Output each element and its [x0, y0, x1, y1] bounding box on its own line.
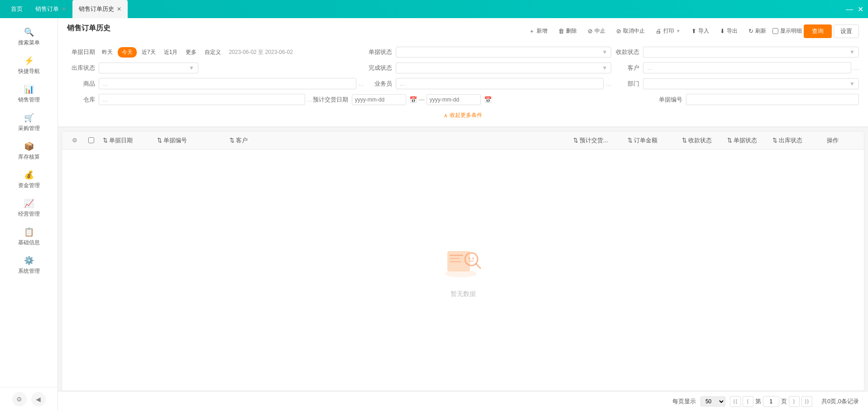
- show-detail-checkbox-label[interactable]: 显示明细: [772, 27, 802, 35]
- tab-sales-order-history-close[interactable]: ✕: [117, 6, 121, 12]
- product-input[interactable]: [99, 78, 356, 89]
- sort-icon-customer: ⇅: [230, 137, 235, 144]
- warehouse-more-icon[interactable]: …: [307, 96, 313, 103]
- print-button[interactable]: 🖨 打印 ▼: [651, 25, 685, 37]
- sidebar-item-label-purchase-mgmt: 采购管理: [18, 125, 40, 132]
- th-customer[interactable]: ⇅ 客户: [226, 136, 570, 145]
- stop-icon: ⊘: [588, 28, 593, 34]
- th-bill[interactable]: ⇅ 单据状态: [724, 136, 769, 145]
- svg-point-7: [469, 257, 470, 259]
- customer-more-icon[interactable]: …: [853, 64, 859, 71]
- sidebar-item-label-sys-mgmt: 系统管理: [18, 267, 40, 275]
- page-next-btn[interactable]: ⟩: [789, 396, 800, 407]
- calendar-end-icon[interactable]: 📅: [484, 96, 492, 103]
- show-detail-checkbox[interactable]: [772, 28, 778, 34]
- tab-sales-order-close[interactable]: ✕: [62, 6, 66, 12]
- import-button[interactable]: ⬆ 导入: [687, 25, 714, 37]
- sort-icon-no: ⇅: [157, 137, 162, 144]
- inventory-icon: 📦: [24, 141, 34, 151]
- warehouse-input[interactable]: [99, 94, 305, 105]
- outbound-status-select[interactable]: ▼: [99, 63, 198, 73]
- sort-icon-receipt: ⇅: [682, 137, 687, 144]
- salesperson-more-icon[interactable]: …: [605, 80, 611, 87]
- operations-icon: 📈: [24, 198, 34, 208]
- receipt-status-select[interactable]: ▼: [643, 47, 859, 58]
- table-select-all[interactable]: [83, 137, 99, 143]
- th-receipt[interactable]: ⇅ 收款状态: [678, 136, 724, 145]
- cancel-stop-button[interactable]: ⊘ 取消中止: [612, 25, 649, 37]
- sidebar-item-sys-mgmt[interactable]: ⚙️ 系统管理: [0, 251, 58, 280]
- sidebar-item-sales-mgmt[interactable]: 📊 销售管理: [0, 80, 58, 108]
- sidebar-item-basic-info[interactable]: 📋 基础信息: [0, 222, 58, 251]
- date-btn-custom[interactable]: 自定义: [201, 47, 224, 58]
- th-amount[interactable]: ⇅ 订单金额: [624, 136, 678, 145]
- sidebar-item-inventory[interactable]: 📦 库存核算: [0, 137, 58, 165]
- export-button[interactable]: ⬇ 导出: [715, 25, 742, 37]
- tab-sales-order[interactable]: 销售订单 ✕: [29, 0, 72, 18]
- th-outbound[interactable]: ⇅ 出库状态: [769, 136, 823, 145]
- complete-status-select[interactable]: ▼: [396, 63, 612, 73]
- page-label-before: 第: [755, 397, 761, 406]
- delete-icon: 🗑: [558, 28, 564, 34]
- sidebar-collapse-btn[interactable]: ◀: [31, 392, 46, 406]
- stop-button[interactable]: ⊘ 中止: [583, 25, 610, 37]
- collapse-button[interactable]: ∧ 收起更多条件: [67, 110, 859, 121]
- filter-bill-no: 单据编号: [654, 94, 859, 105]
- sidebar-item-quick-nav[interactable]: ⚡ 快捷导航: [0, 51, 58, 80]
- page-number-input[interactable]: [763, 396, 779, 407]
- page-nav: ⟨⟨ ⟨ 第 页 ⟩ ⟩⟩: [730, 396, 812, 407]
- product-more-icon[interactable]: …: [358, 80, 364, 87]
- new-button[interactable]: ＋ 新增: [524, 25, 552, 38]
- bill-status-label: 单据状态: [364, 48, 396, 56]
- page-last-btn[interactable]: ⟩⟩: [801, 396, 812, 407]
- minimize-icon[interactable]: —: [846, 5, 853, 13]
- export-icon: ⬇: [720, 28, 725, 34]
- sidebar-item-operations[interactable]: 📈 经营管理: [0, 194, 58, 222]
- sidebar-settings-btn[interactable]: ⚙: [12, 392, 27, 406]
- date-btn-last-month[interactable]: 近1月: [161, 47, 181, 58]
- date-control: 昨天 今天 近7天 近1月 更多 自定义 2023-06-02 至 2023-0…: [99, 47, 364, 58]
- sidebar-item-purchase-mgmt[interactable]: 🛒 采购管理: [0, 108, 58, 137]
- select-all-checkbox[interactable]: [88, 137, 94, 143]
- sidebar-item-label-finance: 资金管理: [18, 182, 40, 189]
- page-first-btn[interactable]: ⟨⟨: [730, 396, 741, 407]
- filter-product: 商品 …: [67, 78, 364, 89]
- table-settings-btn[interactable]: ⚙: [67, 137, 83, 144]
- per-page-select[interactable]: 10 20 50 100: [700, 396, 725, 406]
- table-area: ⚙ ⇅ 单据日期 ⇅ 单据编号 ⇅ 客户 ⇅ 预计交货.: [62, 131, 864, 391]
- expected-date-start[interactable]: [352, 94, 406, 105]
- tab-home[interactable]: 首页: [5, 0, 29, 18]
- filter-department: 部门 ▼: [611, 78, 859, 89]
- th-date[interactable]: ⇅ 单据日期: [99, 136, 153, 145]
- close-window-icon[interactable]: ✕: [858, 5, 863, 14]
- sort-icon-amount: ⇅: [628, 137, 633, 144]
- expected-date-end[interactable]: [427, 94, 481, 105]
- search-menu-icon: 🔍: [24, 27, 34, 37]
- th-no[interactable]: ⇅ 单据编号: [153, 136, 226, 145]
- filter-warehouse: 仓库 …: [67, 94, 313, 105]
- customer-input[interactable]: [643, 62, 851, 73]
- date-btn-yesterday[interactable]: 昨天: [99, 47, 116, 58]
- bill-status-select[interactable]: ▼: [396, 47, 612, 58]
- page-prev-btn[interactable]: ⟨: [743, 396, 753, 407]
- bill-no-input[interactable]: [686, 94, 859, 105]
- query-button[interactable]: 查询: [804, 24, 832, 38]
- date-btn-today[interactable]: 今天: [118, 47, 137, 58]
- th-delivery[interactable]: ⇅ 预计交货...: [570, 136, 624, 145]
- filter-row-2: 出库状态 ▼ 完成状态 ▼ 客户: [67, 62, 859, 73]
- filter-area: 单据日期 昨天 今天 近7天 近1月 更多 自定义 2023-06-02 至 2…: [58, 41, 868, 127]
- refresh-button[interactable]: ↻ 刷新: [744, 25, 771, 37]
- settings-button[interactable]: 设置: [834, 24, 859, 38]
- date-btn-last7[interactable]: 近7天: [139, 47, 159, 58]
- receipt-status-chevron-icon: ▼: [849, 49, 855, 55]
- sidebar-item-search-menu[interactable]: 🔍 搜索菜单: [0, 23, 58, 51]
- department-select[interactable]: ▼: [643, 78, 859, 89]
- tab-sales-order-history[interactable]: 销售订单历史 ✕: [72, 0, 128, 18]
- salesperson-input[interactable]: [396, 78, 604, 89]
- calendar-start-icon[interactable]: 📅: [409, 96, 417, 103]
- delete-button[interactable]: 🗑 删除: [554, 25, 581, 37]
- sidebar-item-finance[interactable]: 💰 资金管理: [0, 165, 58, 194]
- page-header-wrap: 销售订单历史 ＋ 新增 🗑 删除 ⊘ 中止 ⊘: [58, 18, 868, 127]
- date-btn-more[interactable]: 更多: [182, 47, 200, 58]
- sidebar-item-label-basic-info: 基础信息: [18, 239, 40, 247]
